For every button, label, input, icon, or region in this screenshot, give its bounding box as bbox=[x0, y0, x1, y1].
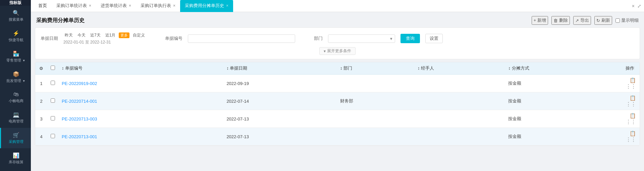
show-detail-checkbox[interactable] bbox=[615, 18, 620, 23]
date-filter-label: 单据日期 bbox=[41, 35, 58, 41]
sidebar-item-purchase[interactable]: 🛒 采购管理 bbox=[0, 128, 31, 148]
content-area: 采购费用分摊单历史 + 新增 🗑 删除 ↗ 导出 ↻ 刷新 显示明细 bbox=[31, 12, 644, 171]
doc-no-input[interactable] bbox=[188, 34, 295, 43]
row-2-dept: 财务部 bbox=[337, 92, 414, 110]
window-maximize-icon[interactable]: ⤢ bbox=[637, 3, 641, 9]
tab-purchase-order-exec[interactable]: 采购订单执行表 × bbox=[136, 0, 180, 12]
col-doc-date: ↕ 单据日期 bbox=[223, 62, 337, 75]
row-1-doc-date: 2022-09-19 bbox=[223, 75, 337, 92]
row-3-more-icon[interactable]: ⋮⋮ bbox=[625, 119, 637, 124]
row-4-handler bbox=[414, 128, 505, 146]
select-all-checkbox[interactable] bbox=[51, 66, 55, 70]
date-opt-custom[interactable]: 自定义 bbox=[131, 32, 146, 39]
col-checkbox bbox=[47, 62, 58, 75]
row-3-handler bbox=[414, 110, 505, 128]
tab-close-purchase-cost-split[interactable]: × bbox=[226, 3, 228, 8]
sidebar-item-search[interactable]: 🔍 搜索菜单 bbox=[0, 6, 31, 26]
dept-filter-label: 部门 bbox=[314, 35, 323, 41]
tab-purchase-goods-summary[interactable]: 进货单统计表 × bbox=[96, 0, 136, 12]
row-2-split-method: 按金额 bbox=[505, 92, 613, 110]
col-doc-no: ↕ 单据编号 bbox=[58, 62, 223, 75]
row-2-no: 2 bbox=[35, 92, 47, 110]
row-4-doc-link[interactable]: PE-20220713-001 bbox=[62, 134, 97, 139]
sidebar-item-micro[interactable]: 🛍 小畅电商 bbox=[0, 87, 31, 107]
tab-purchase-cost-split[interactable]: 采购费用分摊单历史 × bbox=[180, 0, 233, 12]
table-section: ⚙ ↕ 单据编号 ↕ 单据日期 ↕ 部门 ↕ 经手人 ↕ 分摊方式 操作 bbox=[35, 62, 640, 146]
row-2-doc-link[interactable]: PE-20220714-001 bbox=[62, 99, 97, 104]
sidebar-item-finance[interactable]: 💰 资金管理 bbox=[0, 169, 31, 171]
show-detail-checkbox-label[interactable]: 显示明细 bbox=[615, 17, 639, 23]
page-title: 采购费用分摊单历史 bbox=[36, 17, 85, 24]
dept-select[interactable]: 财务部 bbox=[328, 34, 395, 43]
row-2-more-icon[interactable]: ⋮⋮ bbox=[625, 101, 637, 107]
row-3-split-method: 按金额 bbox=[505, 110, 613, 128]
wholesale-icon: 📦 bbox=[4, 71, 28, 77]
row-1-doc-no: PE-20220919-002 bbox=[58, 75, 223, 92]
delete-button[interactable]: 🗑 删除 bbox=[551, 16, 570, 25]
row-2-edit-icon[interactable]: 📋 bbox=[629, 95, 637, 101]
query-button[interactable]: 查询 bbox=[400, 34, 420, 43]
row-2-select[interactable] bbox=[51, 98, 55, 103]
row-4-doc-date: 2022-07-13 bbox=[223, 128, 337, 146]
row-4-more-icon[interactable]: ⋮⋮ bbox=[625, 137, 637, 142]
date-opt-yesterday[interactable]: 昨天 bbox=[63, 32, 74, 39]
search-icon: 🔍 bbox=[4, 10, 28, 16]
data-table: ⚙ ↕ 单据编号 ↕ 单据日期 ↕ 部门 ↕ 经手人 ↕ 分摊方式 操作 bbox=[35, 62, 640, 146]
row-1-edit-icon[interactable]: 📋 bbox=[629, 77, 637, 83]
row-2-doc-date: 2022-07-14 bbox=[223, 92, 337, 110]
row-4-select[interactable] bbox=[51, 134, 55, 138]
row-4-edit-icon[interactable]: 📋 bbox=[629, 131, 637, 136]
window-close-icon[interactable]: × bbox=[632, 3, 635, 9]
row-2-actions: 📋 ⋮⋮ bbox=[613, 92, 640, 110]
row-1-no: 1 bbox=[35, 75, 47, 92]
sidebar: 指标版 🔍 搜索菜单 ⚡ 快捷导航 🏪 零售管理 ▼ 📦 批发管理 ▼ 🛍 小畅… bbox=[0, 0, 31, 171]
settings-btn-group: 设置 bbox=[425, 34, 443, 43]
ecom-icon: 💻 bbox=[4, 111, 28, 118]
table-row: 4 PE-20220713-001 2022-07-13 按金额 📋 ⋮⋮ bbox=[35, 128, 640, 146]
date-opt-more[interactable]: 更多 bbox=[119, 32, 129, 38]
filter-section: 单据日期 昨天 今天 近7天 近1月 更多 自定义 2022-01-01 至 2… bbox=[35, 27, 640, 59]
sidebar-item-retail[interactable]: 🏪 零售管理 ▼ bbox=[0, 47, 31, 67]
col-doc-no-label: ↕ 单据编号 bbox=[62, 66, 83, 71]
dept-select-wrapper: 财务部 bbox=[328, 34, 395, 43]
sidebar-item-inventory[interactable]: 📊 库存核算 bbox=[0, 148, 31, 169]
export-button[interactable]: ↗ 导出 bbox=[573, 16, 591, 25]
row-3-select[interactable] bbox=[51, 116, 55, 120]
expand-button[interactable]: ▾ 展开更多条件 bbox=[319, 47, 356, 55]
wholesale-arrow-icon: ▼ bbox=[22, 79, 25, 83]
row-4-dept bbox=[337, 128, 414, 146]
date-opt-1month[interactable]: 近1月 bbox=[104, 32, 117, 39]
main-area: 首页 采购订单统计表 × 进货单统计表 × 采购订单执行表 × 采购费用分摊单历… bbox=[31, 0, 644, 171]
col-settings[interactable]: ⚙ bbox=[35, 62, 47, 75]
expand-row: ▾ 展开更多条件 bbox=[41, 47, 634, 55]
tab-home[interactable]: 首页 bbox=[34, 0, 52, 12]
retail-arrow-icon: ▼ bbox=[22, 59, 25, 62]
row-1-handler bbox=[414, 75, 505, 92]
row-4-split-method: 按金额 bbox=[505, 128, 613, 146]
row-3-edit-icon[interactable]: 📋 bbox=[629, 113, 637, 118]
date-opt-7days[interactable]: 近7天 bbox=[89, 32, 102, 39]
row-1-doc-link[interactable]: PE-20220919-002 bbox=[62, 81, 97, 86]
micro-icon: 🛍 bbox=[4, 91, 28, 97]
tab-purchase-order-summary[interactable]: 采购订单统计表 × bbox=[52, 0, 96, 12]
tab-close-purchase-order-summary[interactable]: × bbox=[89, 3, 91, 8]
tab-close-purchase-goods-summary[interactable]: × bbox=[129, 3, 131, 8]
date-opt-today[interactable]: 今天 bbox=[76, 32, 87, 39]
sidebar-item-ecom[interactable]: 💻 电商管理 bbox=[0, 107, 31, 128]
retail-icon: 🏪 bbox=[4, 51, 28, 57]
row-3-doc-link[interactable]: PE-20220713-003 bbox=[62, 116, 97, 121]
date-range-display: 2022-01-01 至 2022-12-31 bbox=[63, 39, 146, 45]
add-button[interactable]: + 新增 bbox=[532, 16, 548, 25]
row-1-select[interactable] bbox=[51, 81, 55, 85]
settings-button[interactable]: 设置 bbox=[425, 34, 443, 43]
table-body: 1 PE-20220919-002 2022-09-19 按金额 📋 ⋮⋮ bbox=[35, 75, 640, 146]
refresh-button[interactable]: ↻ 刷新 bbox=[594, 16, 612, 25]
row-1-checkbox bbox=[47, 75, 58, 92]
col-handler: ↕ 经手人 bbox=[414, 62, 505, 75]
sidebar-item-wholesale[interactable]: 📦 批发管理 ▼ bbox=[0, 67, 31, 87]
row-1-more-icon[interactable]: ⋮⋮ bbox=[625, 83, 637, 89]
sidebar-item-quick[interactable]: ⚡ 快捷导航 bbox=[0, 26, 31, 47]
tab-close-purchase-order-exec[interactable]: × bbox=[173, 3, 175, 8]
row-4-no: 4 bbox=[35, 128, 47, 146]
row-1-dept bbox=[337, 75, 414, 92]
